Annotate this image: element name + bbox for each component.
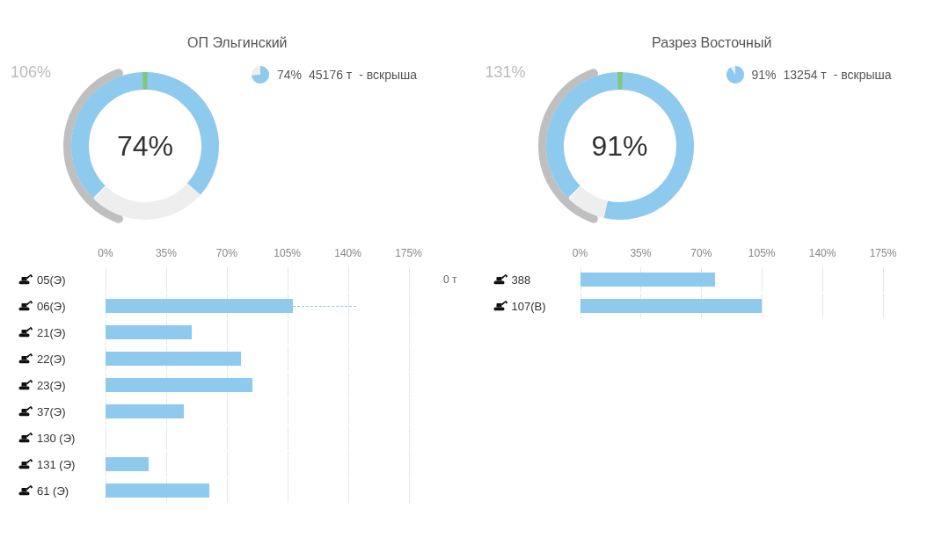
axis-tick: 175% [870,247,897,259]
bar-track [106,478,409,503]
excavator-icon [18,273,33,286]
axis-tick: 105% [274,247,301,259]
bar-row: 22(Э) [18,345,457,372]
panel-0: ОП Эльгинский106%74% 74%45176 т- вскрыша… [18,9,457,560]
axis-tick: 140% [809,247,836,259]
excavator-icon [18,353,33,365]
gauge-legend: 74%45176 т- вскрыша [251,65,417,84]
excavator-icon [18,458,33,470]
excavator-icon [18,326,33,338]
bar-track [106,452,409,476]
bar-dash [293,306,357,307]
overshoot-label: 131% [485,63,526,82]
excavator-icon [18,405,33,418]
bar-label-text: 37(Э) [37,405,65,418]
bar-label: 61 (Э) [18,484,106,498]
svg-rect-6 [22,330,27,334]
axis-tick: 70% [690,247,712,259]
bar-label-text: 05(Э) [37,273,65,287]
bar-row: 21(Э) [18,319,457,345]
legend-value: 45176 т [309,68,352,82]
svg-rect-17 [19,492,30,496]
bar-label: 06(Э) [18,300,106,313]
bar-track [106,320,409,345]
bar-label-text: 21(Э) [37,326,65,339]
legend-type: - вскрыша [834,68,892,82]
bar-track [106,373,409,397]
bar-row: 23(Э) [18,372,457,398]
axis-tick: 0% [98,247,113,259]
bar-track [580,294,884,318]
bar-label-text: 22(Э) [37,353,65,366]
svg-rect-5 [19,334,30,338]
gauge-center-label: 74% [57,58,233,234]
legend-percent: 91% [752,68,777,82]
bar-label: 388 [493,273,580,287]
bar-track [106,399,409,424]
bar-row: 05(Э)0 т [18,266,457,293]
bar-label: 107(В) [493,300,580,313]
bar-label: 37(Э) [18,405,106,418]
gauge-row: 131%91% 91%13254 т- вскрыша [493,58,932,234]
bar-label: 131 (Э) [18,458,106,471]
bar-value: 0 т [409,273,457,286]
svg-rect-20 [493,281,504,285]
bar-label: 130 (Э) [18,432,106,445]
bar-track [106,346,409,371]
bar-row: 131 (Э) [18,451,457,477]
axis-tick: 175% [395,247,422,259]
svg-rect-23 [496,303,501,308]
svg-rect-2 [22,277,27,281]
bar-label-text: 107(В) [512,300,546,313]
bar-fill [106,325,192,339]
bar-row: 388 [493,266,932,293]
excavator-icon [493,300,508,312]
excavator-icon [18,484,33,497]
bar-label: 21(Э) [18,326,106,339]
svg-rect-18 [22,488,27,492]
svg-rect-22 [493,308,504,311]
svg-rect-12 [22,409,27,413]
axis-tick: 105% [748,247,776,259]
bar-label: 22(Э) [18,353,106,366]
bar-row: 06(Э) [18,293,457,319]
svg-rect-4 [22,303,27,308]
axis-row: 0%35%70%105%140%175% [493,247,932,266]
bar-fill [106,484,209,498]
panel-title: ОП Эльгинский [18,35,457,51]
legend-percent: 74% [277,68,302,82]
bar-row: 61 (Э) [18,477,457,504]
axis-tick: 35% [156,247,177,259]
svg-rect-10 [22,382,27,387]
excavator-icon [18,379,33,391]
svg-rect-14 [22,435,27,440]
panel-1: Разрез Восточный131%91% 91%13254 т- вскр… [493,9,932,560]
legend-type: - вскрыша [359,68,417,82]
bars-area: 0%35%70%105%140%175% 05(Э)0 т 06(Э) 21(Э… [18,247,457,504]
svg-rect-9 [19,387,30,390]
axis-tick: 35% [630,247,651,259]
bar-track [580,267,884,292]
bar-track [106,294,409,318]
bar-label-text: 130 (Э) [37,432,75,445]
axis-tick: 70% [216,247,237,259]
svg-rect-15 [19,466,30,469]
svg-rect-16 [22,462,27,466]
svg-rect-7 [19,360,30,364]
excavator-icon [18,300,33,312]
svg-rect-8 [22,356,27,360]
bar-label-text: 61 (Э) [37,484,69,498]
bar-label-text: 388 [512,273,531,287]
bar-label-text: 131 (Э) [37,458,75,471]
bar-fill [106,378,252,392]
excavator-icon [493,273,508,286]
gauge-chart: 91% [532,58,708,234]
bar-label-text: 23(Э) [37,379,65,392]
gauge-center-label: 91% [532,58,708,234]
bars-area: 0%35%70%105%140%175% 388 107(В) [493,247,932,319]
bar-fill [106,352,241,366]
gauge-row: 106%74% 74%45176 т- вскрыша [18,58,457,234]
axis-tick: 0% [573,247,588,259]
axis-tick: 140% [334,247,361,259]
bar-row: 130 (Э) [18,425,457,451]
